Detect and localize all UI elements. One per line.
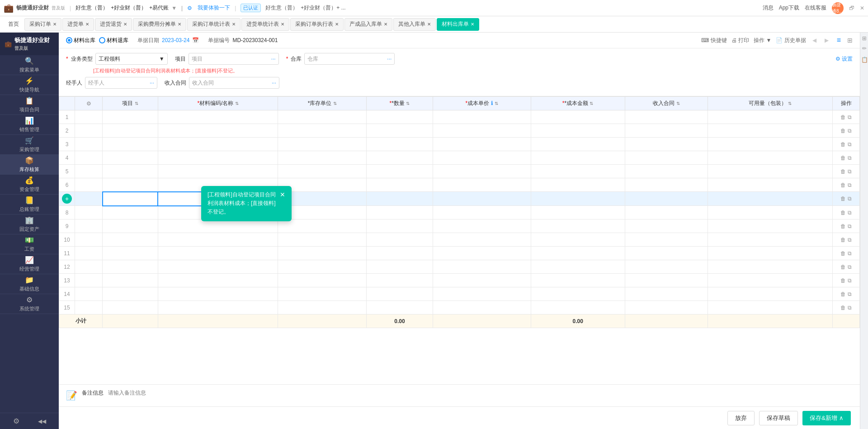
row-1-income-contract[interactable] — [625, 110, 708, 124]
row-3-delete-icon[interactable]: 🗑 — [840, 141, 846, 148]
col-settings-icon[interactable]: ⚙ — [86, 100, 91, 107]
add-row-button[interactable]: + — [62, 194, 72, 204]
sidebar-item-system[interactable]: ⚙ 系统管理 — [0, 294, 59, 314]
right-panel-icon-3[interactable]: 📋 — [861, 56, 868, 63]
right-panel-icon-1[interactable]: ⊞ — [861, 36, 868, 41]
row-1-material[interactable] — [158, 110, 278, 124]
draft-button[interactable]: 保存草稿 — [759, 411, 798, 425]
row-5-copy-icon[interactable]: ⧉ — [848, 168, 852, 175]
row-6-copy-icon[interactable]: ⧉ — [848, 182, 852, 188]
sidebar-settings-icon[interactable]: ⚙ — [13, 417, 19, 425]
window-close-icon[interactable]: ✕ — [860, 5, 864, 11]
tab-purchase-order-close[interactable]: ✕ — [53, 22, 57, 27]
tab-purchase-stat-close[interactable]: ✕ — [232, 22, 236, 27]
row-6-delete-icon[interactable]: 🗑 — [840, 182, 846, 188]
sidebar-item-inventory[interactable]: 📦 库存核算 — [0, 155, 59, 175]
sidebar-item-project[interactable]: 📋 项目合同 — [0, 95, 59, 115]
project-sort-icon[interactable]: ⇅ — [135, 101, 138, 106]
tab-purchase-exec-close[interactable]: ✕ — [335, 22, 339, 27]
abandon-button[interactable]: 放弃 — [727, 411, 755, 425]
row-9-delete-icon[interactable]: 🗑 — [840, 223, 846, 229]
experience-link[interactable]: 我要体验一下 — [198, 4, 230, 12]
row-12-delete-icon[interactable]: 🗑 — [840, 264, 846, 270]
qty-sort-icon[interactable]: ⇅ — [406, 101, 410, 106]
tab-purchase-exec[interactable]: 采购订单执行表 ✕ — [290, 18, 344, 31]
tab-purchase-expense[interactable]: 采购费用分摊单 ✕ — [133, 18, 186, 31]
date-picker-icon[interactable]: 📅 — [192, 37, 199, 43]
tab-goods-return-close[interactable]: ✕ — [123, 22, 127, 27]
row-14-copy-icon[interactable]: ⧉ — [848, 291, 852, 297]
th-settings[interactable]: ⚙ — [75, 97, 103, 110]
biz-type-select[interactable]: 工程领料 ▼ — [95, 53, 168, 65]
grid-view-icon[interactable]: ⊞ — [847, 37, 853, 44]
cost-amount-sort-icon[interactable]: ⇅ — [590, 101, 593, 106]
row-active-copy-icon[interactable]: ⧉ — [848, 195, 852, 202]
income-sort-icon[interactable]: ⇅ — [676, 101, 680, 106]
shortcut-btn[interactable]: ⌨ 快捷键 — [701, 37, 726, 44]
row-12-copy-icon[interactable]: ⧉ — [848, 264, 852, 270]
row-11-delete-icon[interactable]: 🗑 — [840, 250, 846, 257]
handler-link-icon[interactable]: ··· — [150, 80, 154, 86]
unit-sort-icon[interactable]: ⇅ — [333, 101, 337, 106]
settings-btn[interactable]: ⚙ 设置 — [835, 55, 853, 63]
row-3-copy-icon[interactable]: ⧉ — [848, 141, 852, 148]
project-select[interactable]: 项目 ··· — [189, 53, 279, 65]
history-btn[interactable]: 📄 历史单据 — [776, 37, 806, 44]
nav-agent[interactable]: +易代账 — [149, 4, 169, 12]
print-btn[interactable]: 🖨 打印 — [731, 37, 749, 44]
row-9-copy-icon[interactable]: ⧉ — [848, 223, 852, 229]
row-4-copy-icon[interactable]: ⧉ — [848, 155, 852, 161]
row-1-quantity[interactable] — [367, 110, 433, 124]
tab-other-receipt-close[interactable]: ✕ — [427, 22, 431, 27]
row-8-delete-icon[interactable]: 🗑 — [840, 210, 846, 216]
tab-goods-stat[interactable]: 进货单统计表 ✕ — [241, 18, 289, 31]
right-panel-icon-2[interactable]: ✏ — [861, 45, 868, 52]
sidebar-item-fixed-assets[interactable]: 🏢 固定资产 — [0, 214, 59, 234]
tab-purchase-expense-close[interactable]: ✕ — [178, 22, 181, 27]
sidebar-item-operations[interactable]: 📈 经营管理 — [0, 254, 59, 274]
tab-material-issue-close[interactable]: ✕ — [471, 22, 474, 27]
nav-good-finance[interactable]: +好业财（普） — [111, 4, 146, 12]
tooltip-close-icon[interactable]: ✕ — [280, 190, 285, 200]
warehouse-select[interactable]: 仓库 ··· — [304, 53, 395, 65]
tab-material-issue[interactable]: 材料出库单 ✕ — [437, 18, 479, 31]
sidebar-item-ledger[interactable]: 📒 总账管理 — [0, 195, 59, 214]
row-10-copy-icon[interactable]: ⧉ — [848, 237, 852, 243]
row-1-cost-amount[interactable] — [531, 110, 625, 124]
row-8-copy-icon[interactable]: ⧉ — [848, 210, 852, 216]
row-2-copy-icon[interactable]: ⧉ — [848, 128, 852, 134]
sidebar-item-payroll[interactable]: 💵 工资 — [0, 234, 59, 254]
tab-goods-return[interactable]: 进货退货 ✕ — [95, 18, 132, 31]
tab-other-receipt[interactable]: 其他入库单 ✕ — [393, 18, 436, 31]
tab-purchase-order[interactable]: 采购订单 ✕ — [24, 18, 61, 31]
row-1-cost-price[interactable] — [433, 110, 531, 124]
row-1-delete-icon[interactable]: 🗑 — [840, 114, 846, 120]
tab-goods-receipt[interactable]: 进货单 ✕ — [62, 18, 94, 31]
remark-input[interactable] — [108, 389, 853, 402]
list-view-icon[interactable]: ≡ — [837, 36, 841, 44]
income-contract-link-icon[interactable]: ··· — [272, 80, 276, 86]
row-10-delete-icon[interactable]: 🗑 — [840, 237, 846, 243]
row-4-delete-icon[interactable]: 🗑 — [840, 155, 846, 161]
row-active-delete-icon[interactable]: 🗑 — [840, 195, 846, 202]
sidebar-item-sales[interactable]: 📊 销售管理 — [0, 115, 59, 135]
operation-btn[interactable]: 操作 ▼ — [754, 37, 771, 44]
date-value[interactable]: 2023-03-24 — [162, 37, 189, 43]
tab-goods-stat-close[interactable]: ✕ — [281, 22, 284, 27]
user-avatar[interactable]: 畅捷通8... — [832, 2, 844, 14]
row-11-copy-icon[interactable]: ⧉ — [848, 250, 852, 257]
window-restore-icon[interactable]: 🗗 — [849, 5, 854, 11]
handler-select[interactable]: 经手人 ··· — [85, 77, 157, 89]
row-15-delete-icon[interactable]: 🗑 — [840, 305, 846, 311]
income-contract-select[interactable]: 收入合同 ··· — [189, 77, 279, 89]
radio-material-return[interactable]: 材料退库 — [99, 37, 128, 44]
tab-home[interactable]: 首页 — [4, 18, 24, 31]
row-13-delete-icon[interactable]: 🗑 — [840, 277, 846, 284]
radio-material-issue[interactable]: 材料出库 — [66, 37, 95, 44]
sidebar-item-basic-info[interactable]: 📁 基础信息 — [0, 274, 59, 294]
row-2-delete-icon[interactable]: 🗑 — [840, 128, 846, 134]
info-icon[interactable]: ℹ — [491, 100, 493, 106]
tab-finished-goods[interactable]: 产成品入库单 ✕ — [344, 18, 392, 31]
warehouse-link-icon[interactable]: ··· — [387, 56, 392, 62]
sidebar-item-search[interactable]: 🔍 搜索菜单 — [0, 55, 59, 75]
